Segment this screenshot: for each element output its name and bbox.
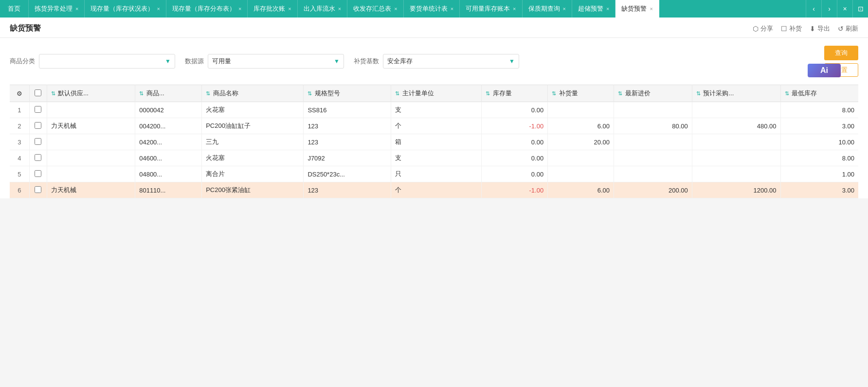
th-min-stock[interactable]: ⇅ 最低库存 — [780, 85, 858, 102]
replenish-base-select[interactable]: 安全库存 ▼ — [383, 54, 519, 69]
data-source-select[interactable]: 可用量 ▼ — [208, 54, 344, 69]
row-name-4: 离合片 — [202, 166, 304, 182]
share-icon: ⬡ — [753, 25, 759, 33]
row-stock-3: 0.00 — [482, 150, 548, 166]
row-num-5: 6 — [10, 182, 29, 198]
row-checkbox-3[interactable] — [35, 154, 41, 161]
product-category-select[interactable]: ▼ — [39, 54, 175, 69]
table-header-row: ⚙ ⇅ 默认供应... ⇅ 商品... ⇅ 商品名称 — [10, 85, 858, 102]
row-name-3: 火花塞 — [202, 150, 304, 166]
replenish-button[interactable]: ☐ 补货 — [781, 24, 802, 33]
row-name-0: 火花塞 — [202, 102, 304, 118]
th-product-name[interactable]: ⇅ 商品名称 — [202, 85, 304, 102]
row-price-1: 80.00 — [614, 118, 692, 134]
row-check-5[interactable] — [29, 182, 47, 198]
close-tab-9[interactable]: × — [563, 6, 566, 12]
nav-tab-home[interactable]: 首页 — [0, 0, 29, 18]
row-code-2: 04200... — [135, 134, 202, 150]
query-button[interactable]: 查询 — [824, 46, 858, 60]
th-replenish-qty[interactable]: ⇅ 补货量 — [548, 85, 614, 102]
sort-icon-name: ⇅ — [206, 90, 210, 96]
nav-tab-8[interactable]: 可用量库存账本 × — [460, 0, 522, 18]
close-tab-5[interactable]: × — [338, 6, 341, 12]
close-tab-2[interactable]: × — [157, 6, 160, 12]
row-min-1: 3.00 — [780, 118, 858, 134]
row-checkbox-4[interactable] — [35, 170, 41, 177]
replenish-base-label: 补货基数 — [354, 57, 379, 66]
row-check-3[interactable] — [29, 150, 47, 166]
close-tab-11[interactable]: × — [650, 6, 652, 12]
row-stock-0: 0.00 — [482, 102, 548, 118]
row-check-0[interactable] — [29, 102, 47, 118]
row-name-2: 三九 — [202, 134, 304, 150]
close-tab-4[interactable]: × — [288, 6, 291, 12]
sort-icon-code: ⇅ — [139, 90, 144, 96]
nav-tab-3[interactable]: 现存量（库存分布表） × — [166, 0, 248, 18]
sort-icon-unit: ⇅ — [395, 90, 399, 96]
row-price-2 — [614, 134, 692, 150]
row-checkbox-2[interactable] — [35, 138, 41, 145]
row-checkbox-1[interactable] — [35, 122, 41, 129]
nav-tab-11[interactable]: 缺货预警 × — [615, 0, 659, 18]
nav-next-button[interactable]: › — [821, 0, 837, 18]
th-spec[interactable]: ⇅ 规格型号 — [304, 85, 391, 102]
th-default-supplier[interactable]: ⇅ 默认供应... — [47, 85, 135, 102]
th-stock[interactable]: ⇅ 库存量 — [482, 85, 548, 102]
row-price-4 — [614, 166, 692, 182]
close-tab-8[interactable]: × — [513, 6, 516, 12]
nav-tab-2[interactable]: 现存量（库存状况表） × — [85, 0, 166, 18]
th-gear[interactable]: ⚙ — [10, 85, 29, 102]
row-supplier-2 — [47, 134, 135, 150]
share-button[interactable]: ⬡ 分享 — [753, 24, 773, 33]
nav-tab-1[interactable]: 拣货异常处理 × — [29, 0, 85, 18]
row-check-2[interactable] — [29, 134, 47, 150]
close-tab-1[interactable]: × — [75, 6, 78, 12]
nav-tab-10[interactable]: 超储预警 × — [572, 0, 615, 18]
th-check — [29, 85, 47, 102]
row-est-5: 1200.00 — [692, 182, 780, 198]
row-price-0 — [614, 102, 692, 118]
replenish-base-value: 安全库存 — [387, 57, 413, 66]
nav-close-button[interactable]: × — [837, 0, 852, 18]
replenish-icon: ☐ — [781, 25, 787, 33]
row-checkbox-5[interactable] — [35, 186, 41, 193]
sort-icon-supplier: ⇅ — [51, 90, 55, 96]
row-check-1[interactable] — [29, 118, 47, 134]
row-supplier-4 — [47, 166, 135, 182]
nav-tab-5[interactable]: 出入库流水 × — [298, 0, 347, 18]
row-supplier-5: 力天机械 — [47, 182, 135, 198]
row-spec-0: SS816 — [304, 102, 391, 118]
nav-tab-9[interactable]: 保质期查询 × — [523, 0, 572, 18]
nav-tab-6[interactable]: 收发存汇总表 × — [347, 0, 403, 18]
row-min-5: 3.00 — [780, 182, 858, 198]
row-stock-4: 0.00 — [482, 166, 548, 182]
row-unit-3: 支 — [391, 150, 482, 166]
ai-badge[interactable]: Ai — [808, 64, 841, 77]
close-tab-10[interactable]: × — [606, 6, 609, 12]
th-latest-price[interactable]: ⇅ 最新进价 — [614, 85, 692, 102]
replenish-base-arrow-icon: ▼ — [509, 58, 515, 65]
row-unit-4: 只 — [391, 166, 482, 182]
row-check-4[interactable] — [29, 166, 47, 182]
row-unit-0: 支 — [391, 102, 482, 118]
close-tab-3[interactable]: × — [238, 6, 241, 12]
row-code-4: 04800... — [135, 166, 202, 182]
nav-prev-button[interactable]: ‹ — [806, 0, 821, 18]
nav-tab-7[interactable]: 要货单统计表 × — [404, 0, 460, 18]
row-min-2: 10.00 — [780, 134, 858, 150]
th-product-code[interactable]: ⇅ 商品... — [135, 85, 202, 102]
select-all-checkbox[interactable] — [35, 89, 41, 96]
table-row: 5 04800... 离合片 DS250*23c... 只 0.00 1.00 — [10, 166, 858, 182]
th-unit[interactable]: ⇅ 主计量单位 — [391, 85, 482, 102]
nav-expand-button[interactable]: ⊡ — [852, 0, 868, 18]
row-unit-5: 个 — [391, 182, 482, 198]
th-est-purchase[interactable]: ⇅ 预计采购... — [692, 85, 780, 102]
export-button[interactable]: ⬇ 导出 — [810, 24, 830, 33]
filter-area: 商品分类 ▼ 数据源 可用量 ▼ 补货基数 安全库存 ▼ 查询 设置 — [0, 38, 868, 85]
table-row: 2 力天机械 004200... PC200油缸缸子 123 个 -1.00 6… — [10, 118, 858, 134]
row-checkbox-0[interactable] — [35, 106, 41, 113]
refresh-button[interactable]: ↺ 刷新 — [838, 24, 858, 33]
nav-tab-4[interactable]: 库存批次账 × — [248, 0, 297, 18]
close-tab-6[interactable]: × — [394, 6, 397, 12]
close-tab-7[interactable]: × — [451, 6, 453, 12]
